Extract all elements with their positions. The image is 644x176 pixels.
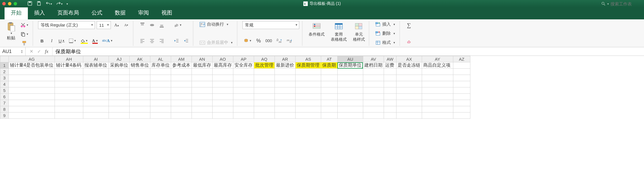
cell-AM8[interactable] xyxy=(171,106,192,112)
select-all-corner[interactable] xyxy=(0,56,9,62)
cell-AO8[interactable] xyxy=(212,106,233,112)
cell-AX7[interactable] xyxy=(396,100,422,106)
col-header-AQ[interactable]: AQ xyxy=(254,56,275,62)
cell-AX9[interactable] xyxy=(396,112,422,119)
row-header-3[interactable]: 3 xyxy=(0,75,9,81)
row-header-6[interactable]: 6 xyxy=(0,94,9,100)
cell-AN3[interactable] xyxy=(192,75,212,81)
search-input[interactable] xyxy=(610,1,642,6)
cell-AN6[interactable] xyxy=(192,94,212,100)
cell-AY8[interactable] xyxy=(422,106,453,112)
minimize-window-button[interactable] xyxy=(8,2,11,5)
increase-font-button[interactable]: A▴ xyxy=(113,21,121,29)
col-header-AJ[interactable]: AJ xyxy=(109,56,129,62)
cell-AR3[interactable] xyxy=(275,75,295,81)
cell-AJ8[interactable] xyxy=(109,106,129,112)
cell-AQ7[interactable] xyxy=(254,100,275,106)
cell-AU2[interactable] xyxy=(337,69,363,75)
cell-AH7[interactable] xyxy=(55,100,83,106)
cell-AI2[interactable] xyxy=(83,69,109,75)
col-header-AI[interactable]: AI xyxy=(83,56,109,62)
cell-AM5[interactable] xyxy=(171,87,192,94)
cell-AH4[interactable] xyxy=(55,81,83,87)
col-header-AW[interactable]: AW xyxy=(384,56,396,62)
cell-AW7[interactable] xyxy=(384,100,396,106)
cell-AI9[interactable] xyxy=(83,112,109,119)
cell-AV1[interactable]: 建档日期 xyxy=(363,62,384,69)
tab-formulas[interactable]: 公式 xyxy=(85,7,109,19)
qat-customize-icon[interactable]: ▾ xyxy=(67,2,68,5)
cell-AI7[interactable] xyxy=(83,100,109,106)
cell-AW3[interactable] xyxy=(384,75,396,81)
percent-button[interactable]: % xyxy=(255,37,263,45)
cell-AV6[interactable] xyxy=(363,94,384,100)
cell-AS7[interactable] xyxy=(295,100,321,106)
tab-review[interactable]: 审阅 xyxy=(132,7,155,19)
search-box[interactable]: ▾ xyxy=(601,1,642,6)
col-header-AU[interactable]: AU xyxy=(337,56,363,62)
cell-AK4[interactable] xyxy=(129,81,150,87)
col-header-AL[interactable]: AL xyxy=(150,56,171,62)
cell-AO2[interactable] xyxy=(212,69,233,75)
phonetic-button[interactable]: abcA▼ xyxy=(101,37,114,45)
copy-button[interactable]: ▼ xyxy=(19,30,30,38)
format-cells-button[interactable]: 格式▼ xyxy=(374,39,397,46)
tab-view[interactable]: 视图 xyxy=(155,7,178,19)
cell-AY7[interactable] xyxy=(422,100,453,106)
cell-AG4[interactable] xyxy=(9,81,55,87)
col-header-AR[interactable]: AR xyxy=(275,56,295,62)
cell-AQ4[interactable] xyxy=(254,81,275,87)
cell-AO4[interactable] xyxy=(212,81,233,87)
cell-AM3[interactable] xyxy=(171,75,192,81)
cell-AT1[interactable]: 保质期 xyxy=(321,62,337,69)
clear-button[interactable] xyxy=(405,37,413,45)
cell-AN1[interactable]: 最低库存 xyxy=(192,62,212,69)
cell-AG2[interactable] xyxy=(9,69,55,75)
cell-AX1[interactable]: 是否走冻链 xyxy=(396,62,422,69)
cut-button[interactable]: ▼ xyxy=(19,21,30,29)
italic-button[interactable]: I xyxy=(48,37,56,45)
cell-AH6[interactable] xyxy=(55,94,83,100)
cell-AM9[interactable] xyxy=(171,112,192,119)
conditional-format-button[interactable]: 条件格式 xyxy=(308,21,326,38)
cell-AN4[interactable] xyxy=(192,81,212,87)
cell-AQ8[interactable] xyxy=(254,106,275,112)
cell-AK6[interactable] xyxy=(129,94,150,100)
cell-AP9[interactable] xyxy=(233,112,254,119)
decrease-font-button[interactable]: A▾ xyxy=(122,21,130,29)
cell-AH9[interactable] xyxy=(55,112,83,119)
cell-AS8[interactable] xyxy=(295,106,321,112)
cell-AS5[interactable] xyxy=(295,87,321,94)
font-color-button[interactable]: A▼ xyxy=(91,37,99,45)
cell-AW9[interactable] xyxy=(384,112,396,119)
format-as-table-button[interactable]: 套用 表格格式 xyxy=(330,21,348,43)
cell-AG1[interactable]: 辅计量4是否包装单位 xyxy=(9,62,55,69)
decrease-indent-button[interactable] xyxy=(173,37,180,45)
cell-AO5[interactable] xyxy=(212,87,233,94)
fill-color-button[interactable]: ▼ xyxy=(79,37,89,45)
cell-AM6[interactable] xyxy=(171,94,192,100)
cell-AV4[interactable] xyxy=(363,81,384,87)
cell-AG7[interactable] xyxy=(9,100,55,106)
cell-AN8[interactable] xyxy=(192,106,212,112)
align-left-button[interactable] xyxy=(138,37,146,45)
cell-AJ5[interactable] xyxy=(109,87,129,94)
cell-AO6[interactable] xyxy=(212,94,233,100)
align-middle-button[interactable] xyxy=(148,21,156,29)
cell-AS4[interactable] xyxy=(295,81,321,87)
col-header-AN[interactable]: AN xyxy=(192,56,212,62)
cell-AH3[interactable] xyxy=(55,75,83,81)
decrease-decimal-button[interactable]: .00.0 xyxy=(285,37,294,45)
cell-AQ1[interactable]: 批次管理 xyxy=(254,62,275,69)
col-header-AT[interactable]: AT xyxy=(321,56,337,62)
cell-AT8[interactable] xyxy=(321,106,337,112)
format-painter-button[interactable] xyxy=(19,39,30,47)
cell-AZ7[interactable] xyxy=(453,100,470,106)
increase-decimal-button[interactable]: .0.00 xyxy=(275,37,283,45)
cell-AQ9[interactable] xyxy=(254,112,275,119)
cell-AY3[interactable] xyxy=(422,75,453,81)
cell-AL3[interactable] xyxy=(150,75,171,81)
cell-AI4[interactable] xyxy=(83,81,109,87)
cell-AN5[interactable] xyxy=(192,87,212,94)
cell-AU8[interactable] xyxy=(337,106,363,112)
